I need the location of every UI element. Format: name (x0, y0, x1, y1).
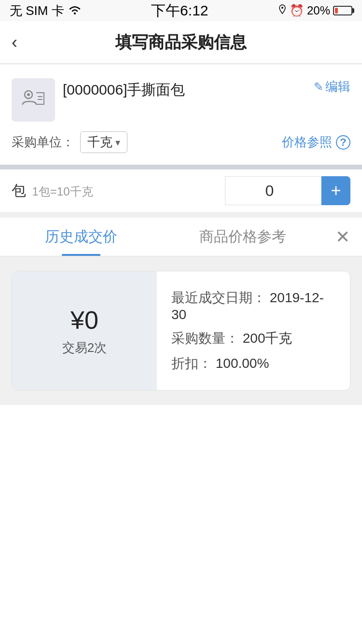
svg-point-3 (27, 93, 30, 96)
qty-row: 采购数量： 200千克 (171, 329, 335, 348)
page-title: 填写商品采购信息 (115, 31, 247, 54)
history-card: ¥0 交易2次 最近成交日期： 2019-12-30 采购数量： 200千克 折… (12, 271, 350, 391)
product-name: [0000006]手撕面包 (63, 80, 185, 100)
qty-label-group: 包 1包=10千克 (12, 181, 93, 201)
unit-select[interactable]: 千克 ▾ (80, 131, 127, 153)
chevron-down-icon: ▾ (115, 137, 120, 148)
history-price: ¥0 (70, 306, 98, 335)
product-meta: 采购单位： 千克 ▾ 价格参照 ? (12, 131, 350, 153)
quantity-input[interactable] (225, 176, 321, 205)
tab-bar: 历史成交价 商品价格参考 ✕ (0, 218, 362, 256)
history-price-section: ¥0 交易2次 (12, 271, 157, 390)
tab-price-ref-label: 商品价格参考 (199, 227, 286, 247)
pkg-label: 包 (12, 182, 26, 198)
nav-bar: ‹ 填写商品采购信息 (0, 21, 362, 64)
tab-close-button[interactable]: ✕ (323, 218, 362, 256)
section-divider (0, 165, 362, 169)
qty-plus-button[interactable]: + (321, 176, 350, 205)
product-info: [0000006]手撕面包 (12, 78, 185, 122)
unit-value: 千克 (87, 134, 112, 151)
edit-icon: ✎ (314, 80, 323, 94)
location-icon (278, 4, 287, 17)
close-icon: ✕ (335, 227, 350, 247)
sim-label: 无 SIM 卡 (10, 2, 64, 19)
svg-point-1 (281, 7, 283, 9)
price-ref-button[interactable]: 价格参照 ? (282, 134, 350, 151)
history-times: 交易2次 (62, 339, 107, 356)
alarm-icon: ⏰ (290, 4, 304, 17)
back-button[interactable]: ‹ (12, 32, 17, 53)
discount-value: 100.00% (216, 356, 269, 371)
status-left: 无 SIM 卡 (10, 2, 82, 19)
edit-label: 编辑 (325, 78, 350, 95)
history-details: 最近成交日期： 2019-12-30 采购数量： 200千克 折扣： 100.0… (157, 271, 350, 390)
quantity-row: 包 1包=10千克 + (0, 169, 362, 212)
question-icon: ? (336, 135, 350, 150)
status-bar: 无 SIM 卡 下午6:12 ⏰ 20% (0, 0, 362, 21)
purchase-qty-label: 采购数量： (171, 331, 239, 346)
product-thumbnail (12, 78, 55, 122)
product-thumb-icon (19, 83, 48, 117)
qty-controls: + (225, 176, 350, 205)
tab-history-price[interactable]: 历史成交价 (0, 218, 162, 256)
unit-label: 采购单位： (12, 134, 74, 151)
purchase-qty-value: 200千克 (243, 331, 292, 346)
status-right: ⏰ 20% (278, 4, 352, 17)
wifi-icon (68, 3, 82, 18)
recent-date-label: 最近成交日期： (171, 290, 266, 305)
price-ref-label: 价格参照 (282, 134, 332, 151)
battery-icon (333, 6, 352, 15)
discount-label: 折扣： (171, 356, 212, 371)
product-card: [0000006]手撕面包 ✎ 编辑 采购单位： 千克 ▾ 价格参照 ? (0, 65, 362, 165)
battery-pct: 20% (307, 4, 330, 17)
recent-date-row: 最近成交日期： 2019-12-30 (171, 289, 335, 322)
status-time: 下午6:12 (151, 1, 208, 21)
tab-price-ref[interactable]: 商品价格参考 (162, 218, 323, 256)
product-name-wrap: [0000006]手撕面包 (63, 78, 185, 100)
bottom-fill (0, 405, 362, 644)
discount-row: 折扣： 100.00% (171, 354, 335, 373)
edit-button[interactable]: ✎ 编辑 (314, 78, 350, 95)
product-header: [0000006]手撕面包 ✎ 编辑 (12, 78, 350, 122)
history-content: ¥0 交易2次 最近成交日期： 2019-12-30 采购数量： 200千克 折… (0, 256, 362, 405)
pkg-ratio: 1包=10千克 (32, 185, 93, 198)
tab-history-label: 历史成交价 (45, 227, 117, 247)
svg-point-0 (74, 13, 76, 14)
